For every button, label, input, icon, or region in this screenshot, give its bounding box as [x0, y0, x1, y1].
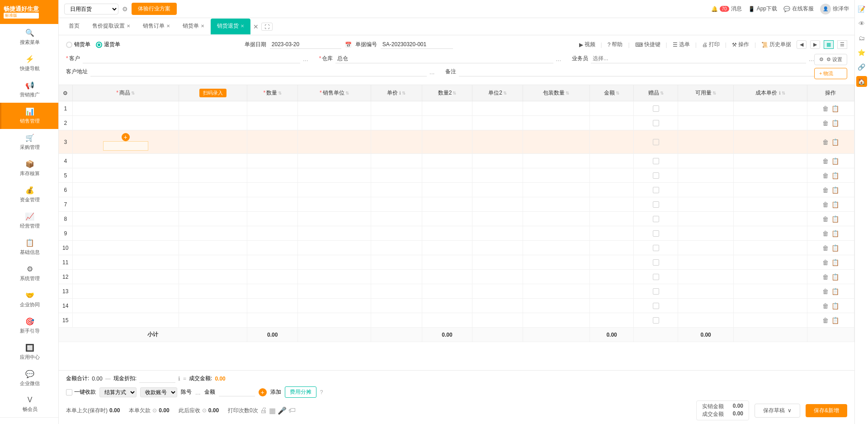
- mini-note-icon[interactable]: 📝: [856, 4, 867, 14]
- copy-icon[interactable]: 📋: [831, 302, 839, 310]
- one-key-pay-checkbox[interactable]: 一键收款: [66, 388, 96, 396]
- qty2-cell[interactable]: [422, 241, 472, 255]
- tab-home[interactable]: 首页: [62, 19, 86, 34]
- online-service-btn[interactable]: 💬 在线客服: [783, 5, 814, 13]
- date-input[interactable]: [270, 40, 341, 49]
- unit-cell[interactable]: [298, 168, 371, 183]
- fee-help-icon[interactable]: ?: [320, 389, 323, 395]
- goods-cell[interactable]: [72, 226, 179, 241]
- order-number-input[interactable]: [381, 40, 453, 49]
- gift-checkbox[interactable]: [637, 172, 675, 179]
- price-cell[interactable]: [371, 130, 422, 154]
- delete-icon[interactable]: 🗑: [822, 201, 829, 208]
- copy-icon[interactable]: 📋: [831, 201, 839, 208]
- notification-btn[interactable]: 🔔 70 消息: [711, 5, 742, 13]
- copy-icon[interactable]: 📋: [831, 288, 839, 295]
- qty-cell[interactable]: [247, 130, 298, 154]
- sidebar-collapse-btn[interactable]: ◀: [32, 421, 39, 424]
- qty2-cell[interactable]: [422, 255, 472, 270]
- qty2-cell[interactable]: [422, 168, 472, 183]
- goods-cell[interactable]: [72, 255, 179, 270]
- price-cell[interactable]: [371, 241, 422, 255]
- unit-cell[interactable]: [298, 313, 371, 328]
- unit-cell[interactable]: [298, 241, 371, 255]
- unit-cell[interactable]: [298, 101, 371, 116]
- grid-view-btn[interactable]: ▦: [824, 40, 834, 49]
- shortcut-btn[interactable]: ⌨ 快捷键: [633, 40, 662, 49]
- calendar-icon[interactable]: 📅: [345, 42, 352, 48]
- unit-cell[interactable]: [298, 226, 371, 241]
- tab-close-icon[interactable]: ✕: [166, 24, 170, 29]
- delete-icon[interactable]: 🗑: [822, 244, 829, 252]
- user-profile-btn[interactable]: 👤 徐泽华: [820, 4, 849, 14]
- copy-icon[interactable]: 📋: [831, 138, 839, 146]
- sort-icon[interactable]: ⇅: [453, 91, 456, 95]
- tab-close-icon[interactable]: ✕: [201, 24, 204, 29]
- price-cell[interactable]: [371, 183, 422, 197]
- copy-icon[interactable]: 📋: [831, 157, 839, 165]
- next-record-btn[interactable]: ▶: [810, 40, 820, 49]
- goods-input[interactable]: [103, 141, 148, 151]
- sort-icon[interactable]: ⇅: [660, 91, 664, 95]
- note-input[interactable]: [459, 67, 814, 76]
- history-btn[interactable]: 📜 历史单据: [760, 40, 793, 49]
- gift-checkbox[interactable]: [637, 288, 675, 295]
- qty-cell[interactable]: [247, 313, 298, 328]
- copy-icon[interactable]: 📋: [831, 244, 839, 252]
- unit-cell[interactable]: [298, 183, 371, 197]
- th-scan[interactable]: 扫码录入: [179, 85, 247, 101]
- goods-cell[interactable]: [72, 270, 179, 284]
- qty2-cell[interactable]: [422, 130, 472, 154]
- price-cell[interactable]: [371, 101, 422, 116]
- print-btn[interactable]: 🖨 打印: [700, 40, 722, 49]
- mini-link-icon[interactable]: 🔗: [856, 62, 867, 72]
- price-cell[interactable]: [371, 255, 422, 270]
- sort-icon[interactable]: ⇅: [402, 91, 406, 95]
- qty-cell[interactable]: [247, 154, 298, 168]
- app-download-btn[interactable]: 📱 App下载: [748, 5, 777, 13]
- mini-view-icon[interactable]: 👁: [856, 18, 867, 29]
- sidebar-item-search[interactable]: 🔍 搜索菜单: [0, 24, 58, 50]
- qty2-cell[interactable]: [422, 154, 472, 168]
- qty-cell[interactable]: [247, 255, 298, 270]
- qty2-cell[interactable]: [422, 116, 472, 130]
- qty2-cell[interactable]: [422, 270, 472, 284]
- goods-cell[interactable]: [72, 154, 179, 168]
- warehouse-input[interactable]: [335, 54, 553, 63]
- scan-btn[interactable]: 扫码录入: [199, 89, 226, 97]
- qty-cell[interactable]: [247, 212, 298, 226]
- price-cell[interactable]: [371, 116, 422, 130]
- goods-cell[interactable]: [72, 116, 179, 130]
- unit-cell[interactable]: [298, 284, 371, 299]
- delete-icon[interactable]: 🗑: [822, 288, 829, 295]
- amount-input[interactable]: [219, 388, 255, 396]
- delete-icon[interactable]: 🗑: [822, 259, 829, 266]
- sidebar-item-purchase[interactable]: 🛒 采购管理: [0, 129, 58, 155]
- mini-files-icon[interactable]: 🗂: [856, 33, 867, 43]
- delete-icon[interactable]: 🗑: [822, 119, 829, 127]
- copy-icon[interactable]: 📋: [831, 186, 839, 194]
- delete-icon[interactable]: 🗑: [822, 186, 829, 194]
- sidebar-item-basic[interactable]: 📋 基础信息: [0, 234, 58, 260]
- qty2-cell[interactable]: [422, 101, 472, 116]
- account-dots-btn[interactable]: ...: [195, 389, 201, 396]
- sort-icon[interactable]: ⇅: [712, 91, 716, 95]
- qty2-cell[interactable]: [422, 212, 472, 226]
- sidebar-item-inventory[interactable]: 📦 库存核算: [0, 155, 58, 181]
- copy-icon[interactable]: 📋: [831, 105, 839, 112]
- sidebar-item-newbie[interactable]: 🎯 新手引导: [0, 313, 58, 339]
- list-view-btn[interactable]: ☰: [837, 40, 847, 49]
- goods-cell[interactable]: [72, 284, 179, 299]
- calc-method-select[interactable]: 结算方式: [99, 387, 137, 397]
- goods-cell[interactable]: [72, 183, 179, 197]
- unit-cell[interactable]: [298, 299, 371, 313]
- gift-checkbox[interactable]: [637, 274, 675, 280]
- unit-cell[interactable]: [298, 116, 371, 130]
- qty-cell[interactable]: [247, 101, 298, 116]
- tab-close-icon[interactable]: ✕: [127, 24, 130, 29]
- delete-icon[interactable]: 🗑: [822, 157, 829, 165]
- sort-icon[interactable]: ⇅: [782, 91, 785, 95]
- qty2-cell[interactable]: [422, 183, 472, 197]
- qty-cell[interactable]: [247, 168, 298, 183]
- tab-sales-return[interactable]: 销货退货 ✕: [211, 19, 250, 34]
